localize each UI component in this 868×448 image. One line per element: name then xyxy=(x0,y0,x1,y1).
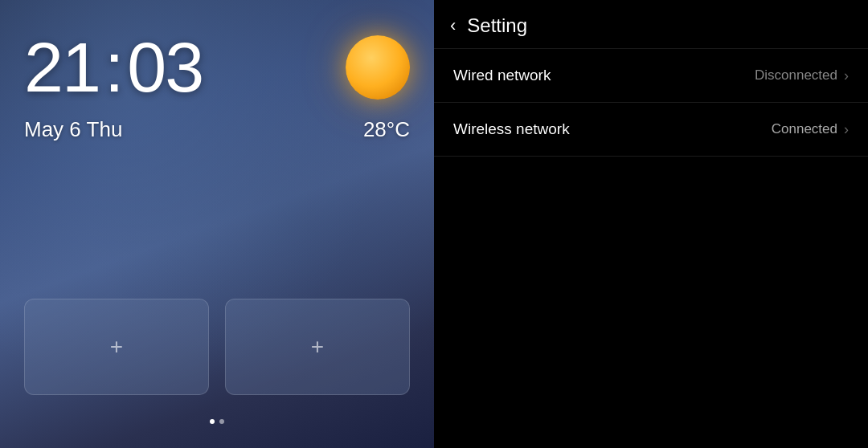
widgets-row: + + xyxy=(24,299,410,395)
wired-network-status: Disconnected xyxy=(755,67,837,83)
time-minutes: 03 xyxy=(127,27,203,107)
sun-icon xyxy=(346,35,410,100)
left-panel: 21:03 May 6 Thu 28°C + + xyxy=(0,0,434,448)
settings-title: Setting xyxy=(467,14,527,37)
right-panel: ‹ Setting Wired network Disconnected › W… xyxy=(434,0,868,448)
time-display: 21:03 xyxy=(24,32,203,103)
dots-row xyxy=(24,419,410,424)
wireless-network-label: Wireless network xyxy=(453,120,570,138)
page-dot-2 xyxy=(219,419,224,424)
date-text: May 6 Thu xyxy=(24,117,122,142)
wired-network-chevron-icon: › xyxy=(844,67,849,84)
wireless-network-status: Connected xyxy=(772,121,837,137)
widget-add-icon-1: + xyxy=(110,334,123,360)
settings-list: Wired network Disconnected › Wireless ne… xyxy=(434,49,868,448)
wired-network-item[interactable]: Wired network Disconnected › xyxy=(434,49,868,103)
wireless-network-right: Connected › xyxy=(772,121,849,138)
time-row: 21:03 xyxy=(24,32,410,103)
wireless-network-item[interactable]: Wireless network Connected › xyxy=(434,103,868,157)
widget-card-2[interactable]: + xyxy=(225,299,410,395)
back-arrow-icon[interactable]: ‹ xyxy=(450,15,456,36)
time-colon: : xyxy=(104,27,122,107)
wired-network-label: Wired network xyxy=(453,67,551,84)
wireless-network-chevron-icon: › xyxy=(844,121,849,138)
date-temp-row: May 6 Thu 28°C xyxy=(24,117,410,142)
temperature-text: 28°C xyxy=(363,117,410,142)
left-content: 21:03 May 6 Thu 28°C + + xyxy=(0,0,434,448)
widget-add-icon-2: + xyxy=(311,334,324,360)
settings-header: ‹ Setting xyxy=(434,0,868,49)
page-dot-1 xyxy=(210,419,215,424)
wired-network-right: Disconnected › xyxy=(755,67,849,84)
widget-card-1[interactable]: + xyxy=(24,299,209,395)
time-hours: 21 xyxy=(24,27,100,107)
